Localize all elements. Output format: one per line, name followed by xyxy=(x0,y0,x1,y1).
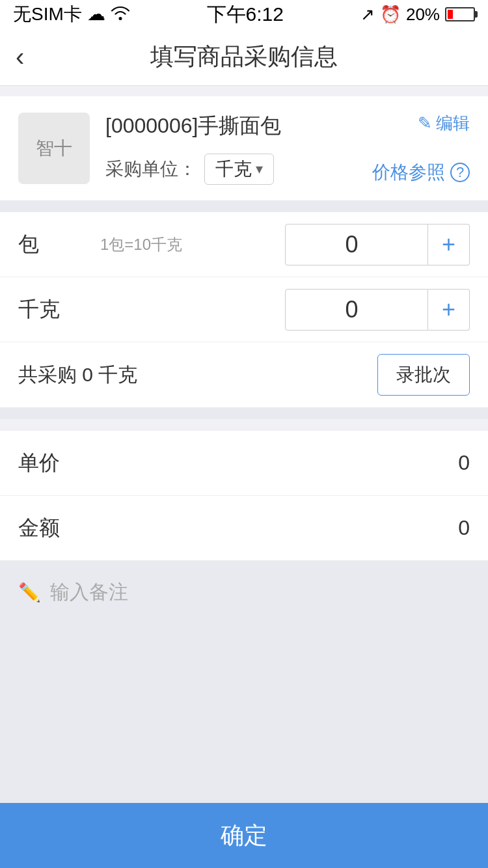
bag-input-row: 包 1包=10千克 + xyxy=(0,212,488,277)
kg-input-right: + xyxy=(285,289,470,331)
bag-label: 包 xyxy=(18,230,96,259)
nav-bar: ‹ 填写商品采购信息 xyxy=(0,29,488,86)
amount-value: 0 xyxy=(458,516,470,540)
page-title: 填写商品采购信息 xyxy=(150,41,338,73)
summary-row: 共采购 0 千克 录批次 xyxy=(0,342,488,407)
product-card: 智十 [0000006]手撕面包 采购单位： 千克 ▾ ✎ 编辑 价格参照 ? xyxy=(0,96,488,200)
kg-input-row: 千克 + xyxy=(0,277,488,342)
bag-sub-label: 1包=10千克 xyxy=(100,234,285,255)
wifi-icon xyxy=(111,4,130,25)
status-left: 无SIM卡 ☁ xyxy=(13,2,130,27)
alarm-icon: ⏰ xyxy=(380,5,401,25)
unit-dropdown[interactable]: 千克 ▾ xyxy=(204,154,274,185)
unit-price-value: 0 xyxy=(458,451,470,475)
location-icon: ↗ xyxy=(360,5,375,25)
confirm-button[interactable]: 确定 xyxy=(0,803,488,868)
divider-2 xyxy=(0,407,488,419)
purchase-unit-label: 采购单位： xyxy=(105,157,197,182)
edit-icon: ✎ xyxy=(418,113,432,133)
input-section: 包 1包=10千克 + 千克 + xyxy=(0,212,488,342)
pencil-icon: ✏️ xyxy=(18,582,41,603)
amount-row: 金额 0 xyxy=(0,496,488,561)
back-button[interactable]: ‹ xyxy=(16,42,24,72)
summary-amount: 0 xyxy=(82,364,93,385)
edit-link[interactable]: ✎ 编辑 xyxy=(418,112,470,135)
bag-quantity-input[interactable] xyxy=(285,224,428,265)
bag-input-right: + xyxy=(285,224,470,265)
status-time: 下午6:12 xyxy=(207,1,284,28)
price-ref-link[interactable]: 价格参照 ? xyxy=(372,160,470,185)
remark-section[interactable]: ✏️ 输入备注 xyxy=(0,561,488,624)
unit-value: 千克 xyxy=(215,157,252,182)
status-bar: 无SIM卡 ☁ 下午6:12 ↗ ⏰ 20% xyxy=(0,0,488,29)
product-name: [0000006]手撕面包 xyxy=(105,112,470,141)
no-sim-text: 无SIM卡 ☁ xyxy=(13,2,105,27)
dropdown-arrow-icon: ▾ xyxy=(256,161,263,178)
battery-percent: 20% xyxy=(406,5,440,25)
kg-label: 千克 xyxy=(18,295,96,324)
kg-plus-button[interactable]: + xyxy=(428,289,470,331)
battery-icon xyxy=(445,7,475,21)
kg-quantity-input[interactable] xyxy=(285,289,428,331)
status-right: ↗ ⏰ 20% xyxy=(360,5,475,25)
price-section: 单价 0 金额 0 xyxy=(0,431,488,561)
remark-placeholder: 输入备注 xyxy=(50,579,128,606)
batch-button[interactable]: 录批次 xyxy=(377,354,470,396)
edit-label: 编辑 xyxy=(436,112,470,135)
unit-price-label: 单价 xyxy=(18,449,60,478)
summary-text: 共采购 0 千克 xyxy=(18,362,137,388)
help-icon: ? xyxy=(450,163,470,182)
divider-1 xyxy=(0,200,488,212)
bag-plus-button[interactable]: + xyxy=(428,224,470,265)
unit-price-row: 单价 0 xyxy=(0,431,488,496)
amount-label: 金额 xyxy=(18,514,60,543)
price-ref-label: 价格参照 xyxy=(372,160,445,185)
product-thumbnail: 智十 xyxy=(18,113,90,184)
